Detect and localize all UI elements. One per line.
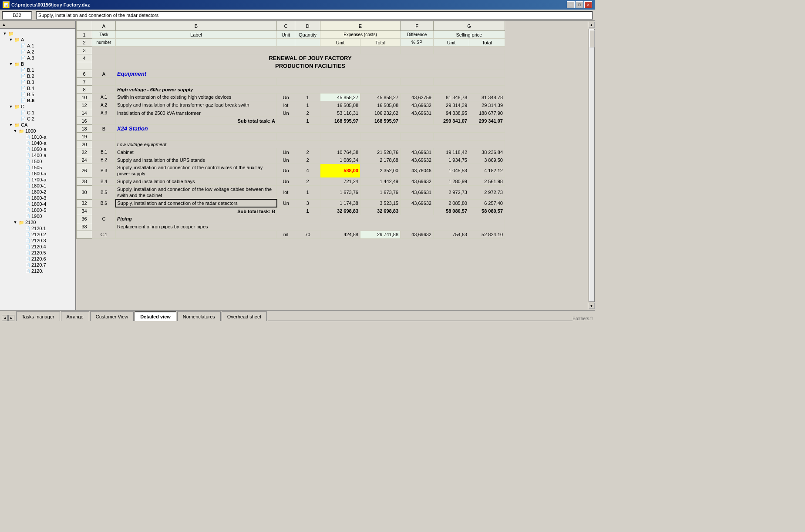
col-header-B[interactable]: B <box>116 21 277 31</box>
cell-A2[interactable]: number <box>92 39 116 47</box>
cell-E22-total[interactable]: 21 528,76 <box>360 148 401 156</box>
cell-A38[interactable] <box>92 223 116 231</box>
cell-E2-total[interactable]: Total <box>360 39 401 47</box>
tree-item-2120-2[interactable]: 📄 2120.2 <box>2 231 74 238</box>
cell-A30[interactable]: B.5 <box>92 185 116 199</box>
vertical-scrollbar[interactable]: ▲ ▼ <box>588 21 595 310</box>
cell-F14[interactable]: 43,69631 <box>401 109 434 117</box>
cell-F26[interactable]: 43,76046 <box>401 164 434 178</box>
tree-item-1400[interactable]: 📄 1400-a <box>2 152 74 158</box>
cell-B14[interactable]: Installation of the 2500 kVA transformer <box>116 109 277 117</box>
cell-G26[interactable]: 1 045,53 <box>434 164 469 178</box>
cell-G32[interactable]: 2 085,80 <box>434 199 469 207</box>
C-expander[interactable]: ▼ <box>8 104 14 109</box>
tree-item-1040[interactable]: 📄 1040-a <box>2 140 74 146</box>
cell-I14[interactable]: 188 677,90 <box>469 109 505 117</box>
tree-item-1010[interactable]: 📄 1010-a <box>2 134 74 140</box>
tree-item-1800-4[interactable]: 📄 1800-4 <box>2 201 74 207</box>
cell-D32[interactable]: 3 <box>295 199 320 207</box>
cell-I39[interactable]: 52 824,10 <box>469 231 505 238</box>
tree-item-2120-6[interactable]: 📄 2120.6 <box>2 256 74 262</box>
tree-item-A1[interactable]: 📄 A.1 <box>2 43 74 49</box>
cell-B16[interactable]: Sub total task: A <box>116 117 277 125</box>
cell-B6[interactable]: Equipment <box>116 70 505 78</box>
cell-B39[interactable] <box>116 231 277 238</box>
tree-root[interactable]: ▼ 📁 <box>2 30 74 37</box>
tree-item-2120-3[interactable]: 📄 2120.3 <box>2 238 74 244</box>
cell-G39[interactable]: 754,63 <box>434 231 469 238</box>
cell-G12[interactable]: 29 314,39 <box>434 101 469 109</box>
cell-B10[interactable]: Swith in extension of the existing high … <box>116 94 277 101</box>
scroll-track[interactable] <box>589 29 595 302</box>
cell-E14-unit[interactable]: 53 116,31 <box>320 109 360 117</box>
cell-E7b[interactable] <box>360 78 401 86</box>
A-expander[interactable]: ▼ <box>8 37 14 42</box>
cell-B1[interactable]: Label <box>116 31 277 39</box>
cell-A4[interactable] <box>92 54 116 62</box>
tab-tasks-manager[interactable]: Tasks manager <box>16 311 60 321</box>
cell-I32[interactable]: 6 257,40 <box>469 199 505 207</box>
tree-item-B4[interactable]: 📄 B.4 <box>2 85 74 91</box>
cell-E2-unit[interactable]: Unit <box>320 39 360 47</box>
cell-reference-input[interactable] <box>2 11 32 20</box>
tree-item-CA[interactable]: ▼ 📁 CA <box>2 122 74 128</box>
tree-item-C2[interactable]: 📄 C.2 <box>2 116 74 122</box>
cell-F28[interactable]: 43,69632 <box>401 177 434 185</box>
cell-E28-total[interactable]: 1 442,49 <box>360 177 401 185</box>
cell-I12[interactable]: 29 314,39 <box>469 101 505 109</box>
cell-B3[interactable] <box>116 47 277 54</box>
cell-D34[interactable]: 1 <box>295 207 320 215</box>
cell-A6[interactable]: A <box>92 70 116 78</box>
cell-E26-unit[interactable]: 588,00 <box>320 164 360 178</box>
cell-A14[interactable]: A.3 <box>92 109 116 117</box>
col-header-A[interactable]: A <box>92 21 116 31</box>
tree-item-A2[interactable]: 📄 A.2 <box>2 49 74 55</box>
cell-D16[interactable]: 1 <box>295 117 320 125</box>
cell-G19[interactable] <box>434 133 469 141</box>
tree-item-1800-1[interactable]: 📄 1800-1 <box>2 183 74 189</box>
cell-G7[interactable] <box>434 78 469 86</box>
cell-E10-total[interactable]: 45 858,27 <box>360 94 401 101</box>
cell-G1[interactable]: Selling price <box>434 31 505 39</box>
cell-F16[interactable] <box>401 117 434 125</box>
minimize-button[interactable]: – <box>567 1 575 8</box>
tree-item-C[interactable]: ▼ 📁 C <box>2 104 74 110</box>
cell-A34[interactable] <box>92 207 116 215</box>
cell-I26[interactable]: 4 182,12 <box>469 164 505 178</box>
cell-C16[interactable] <box>277 117 295 125</box>
tree-item-B[interactable]: ▼ 📁 B <box>2 61 74 67</box>
tree-item-2120-4[interactable]: 📄 2120.4 <box>2 244 74 250</box>
cell-E1[interactable]: Expenses (costs) <box>320 31 401 39</box>
cell-B22[interactable]: Cabinet <box>116 148 277 156</box>
cell-C2[interactable] <box>277 39 295 47</box>
cell-E30-unit[interactable]: 1 673,76 <box>320 185 360 199</box>
tree-item-1000[interactable]: ▼ 📁 1000 <box>2 128 74 134</box>
cell-B36[interactable]: Piping <box>116 215 505 223</box>
cell-B24[interactable]: Supply and installation of the UPS stand… <box>116 156 277 164</box>
cell-A22[interactable]: B.1 <box>92 148 116 156</box>
cell-A28[interactable]: B.4 <box>92 177 116 185</box>
cell-F12[interactable]: 43,69632 <box>401 101 434 109</box>
2120-expander[interactable]: ▼ <box>12 220 18 224</box>
cell-C28[interactable]: Un <box>277 177 295 185</box>
col-header-C[interactable]: C <box>277 21 295 31</box>
cell-E24-unit[interactable]: 1 089,34 <box>320 156 360 164</box>
tree-item-B1[interactable]: 📄 B.1 <box>2 67 74 73</box>
grid-scroll[interactable]: A B C D E F G 1 Task Label Un <box>76 21 588 310</box>
cell-A12[interactable]: A.2 <box>92 101 116 109</box>
cell-E28-unit[interactable]: 721,24 <box>320 177 360 185</box>
cell-I7[interactable] <box>469 78 505 86</box>
cell-D19[interactable] <box>295 133 320 141</box>
tree-item-1800-5[interactable]: 📄 1800-5 <box>2 207 74 213</box>
cell-C7[interactable] <box>277 78 295 86</box>
cell-I10[interactable]: 81 348,78 <box>469 94 505 101</box>
tree-item-1700[interactable]: 📄 1700-a <box>2 177 74 183</box>
tree-item-A[interactable]: ▼ 📁 A <box>2 37 74 43</box>
cell-F30[interactable]: 43,69631 <box>401 185 434 199</box>
cell-F2[interactable]: % SP <box>401 39 434 47</box>
cell-E26-total[interactable]: 2 352,00 <box>360 164 401 178</box>
cell-B5[interactable]: PRODUCTION FACILITIES <box>116 62 505 70</box>
cell-E10-unit[interactable]: 45 858,27 <box>320 94 360 101</box>
cell-B32[interactable]: Supply, installation and connection of t… <box>116 199 277 207</box>
cell-C14[interactable]: Un <box>277 109 295 117</box>
